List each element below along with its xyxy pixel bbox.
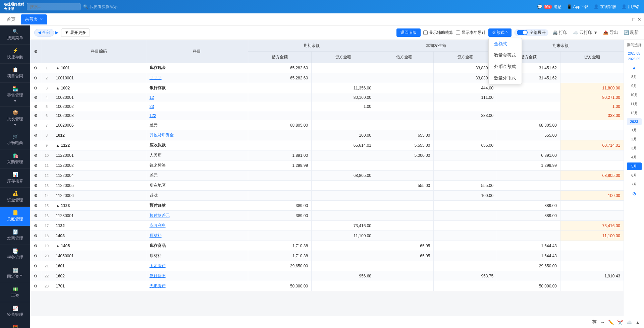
tab-home[interactable]: 首页 <box>3 14 19 24</box>
print-button[interactable]: 🖨️ 打印 <box>551 28 569 37</box>
period-year-end[interactable]: 2023.05 <box>628 57 640 61</box>
global-search-input[interactable] <box>27 3 80 10</box>
month-12[interactable]: 12月 <box>627 109 642 117</box>
row-subject-cell[interactable]: 固定资产 <box>146 261 248 271</box>
dropdown-item-foreign-amount-style[interactable]: 外币金额式 <box>489 61 522 72</box>
row-subject-cell[interactable]: 12 <box>146 93 248 102</box>
row-settings-cell[interactable]: ⚙ <box>31 111 41 120</box>
row-settings-cell[interactable]: ⚙ <box>31 83 41 93</box>
row-subject-cell[interactable]: 回回回 <box>146 73 248 83</box>
month-nav-down[interactable]: ⊘ <box>627 190 642 198</box>
checkbox-annual-cumulative[interactable]: 显示本年累计 <box>456 30 486 36</box>
month-4[interactable]: 4月 <box>627 153 642 161</box>
expand-all-toggle[interactable]: 全部展开 <box>514 29 548 36</box>
sidebar-item-project-contract[interactable]: 📋 项目合同 <box>0 64 30 83</box>
row-settings-cell[interactable]: ⚙ <box>31 261 41 271</box>
month-9[interactable]: 9月 <box>627 82 642 90</box>
sidebar-item-general-ledger[interactable]: 📒 总账管理 <box>0 207 30 226</box>
row-settings-cell[interactable]: ⚙ <box>31 102 41 111</box>
row-subject-cell[interactable]: 预付款差元 <box>146 211 248 221</box>
sidebar-item-wholesale-management[interactable]: 📦 批发管理 ▼ <box>0 107 30 130</box>
cloud-print-button[interactable]: ☁️ 云打印 ▼ <box>572 28 599 37</box>
sidebar-item-capital-management[interactable]: 💰 资金管理 <box>0 188 30 207</box>
row-settings-cell[interactable]: ⚙ <box>31 191 41 201</box>
checkbox-annual-input[interactable] <box>456 30 460 35</box>
row-subject-cell[interactable]: 应收利息 <box>146 221 248 231</box>
sidebar-item-operations-management[interactable]: 📈 经营管理 <box>0 302 30 321</box>
user-profile[interactable]: 👤 用户名 <box>622 4 640 10</box>
month-3[interactable]: 3月 <box>627 144 642 152</box>
row-settings-cell[interactable]: ⚙ <box>31 140 41 150</box>
row-settings-cell[interactable]: ⚙ <box>31 130 41 140</box>
month-6[interactable]: 6月 <box>627 172 642 179</box>
sidebar-item-invoice-management[interactable]: 🧾 发票管理 <box>0 226 30 245</box>
row-settings-cell[interactable]: ⚙ <box>31 160 41 171</box>
row-settings-cell[interactable]: ⚙ <box>31 120 41 130</box>
row-settings-cell[interactable]: ⚙ <box>31 251 41 261</box>
messages-action[interactable]: 💬 99+ 消息 <box>537 4 561 10</box>
sidebar-item-small-sales[interactable]: 🧮 小畅报销 <box>0 321 30 328</box>
row-settings-cell[interactable]: ⚙ <box>31 241 41 251</box>
row-settings-cell[interactable]: ⚙ <box>31 63 41 73</box>
dropdown-item-quantity-amount-style[interactable]: 数量金额式 <box>489 50 522 61</box>
month-nav-up[interactable]: ▲ <box>627 64 642 72</box>
sidebar-item-purchase-management[interactable]: 🛍️ 采购管理 <box>0 149 30 169</box>
row-settings-cell[interactable]: ⚙ <box>31 73 41 83</box>
sidebar-item-small-ecommerce[interactable]: 🛒 小畅电商 <box>0 130 30 149</box>
bottom-icon-5[interactable]: ☁️ <box>626 320 632 325</box>
bottom-icon-3[interactable]: ✏️ <box>608 320 614 325</box>
row-settings-cell[interactable]: ⚙ <box>31 271 41 281</box>
row-subject-cell[interactable]: 23 <box>146 102 248 111</box>
month-8[interactable]: 8月 <box>627 73 642 81</box>
tab-close-icon[interactable]: ✕ <box>40 17 43 21</box>
tab-minimize-button[interactable]: — <box>626 17 631 22</box>
row-subject-cell[interactable]: 122 <box>146 111 248 120</box>
tab-balance-sheet[interactable]: 余额表 ✕ <box>21 14 47 24</box>
checkbox-auxiliary-input[interactable] <box>423 30 428 35</box>
month-10[interactable]: 10月 <box>627 91 642 99</box>
row-settings-cell[interactable]: ⚙ <box>31 93 41 102</box>
back-old-version-button[interactable]: 退回旧版 <box>396 28 421 37</box>
dropdown-item-quantity-foreign-style[interactable]: 数量外币式 <box>489 72 522 84</box>
month-5[interactable]: 5月 <box>627 162 642 170</box>
period-year-start[interactable]: 2023.05 <box>628 52 640 55</box>
row-subject-cell[interactable]: 无形资产 <box>146 281 248 291</box>
month-1[interactable]: 1月 <box>627 126 642 134</box>
bottom-icon-6[interactable]: ▲ <box>635 320 640 325</box>
tab-maximize-button[interactable]: □ <box>633 17 635 22</box>
row-settings-cell[interactable]: ⚙ <box>31 181 41 191</box>
sidebar-item-retail-management[interactable]: 🏪 零售管理 ▼ <box>0 83 30 107</box>
bottom-icon-1[interactable]: 英 <box>592 319 597 325</box>
sidebar-item-payroll[interactable]: 💵 工资 <box>0 283 30 302</box>
month-7[interactable]: 7月 <box>627 181 642 188</box>
year-2023[interactable]: 2023 <box>627 118 642 125</box>
row-settings-cell[interactable]: ⚙ <box>31 281 41 291</box>
month-11[interactable]: 11月 <box>627 100 642 108</box>
row-subject-cell[interactable]: 其他货币资金 <box>146 130 248 140</box>
month-2[interactable]: 2月 <box>627 135 642 143</box>
row-settings-cell[interactable]: ⚙ <box>31 211 41 221</box>
expand-more-button[interactable]: ▼ 展开更多 <box>61 28 90 37</box>
sidebar-item-fixed-assets[interactable]: 🏢 固定资产 <box>0 264 30 283</box>
refresh-button[interactable]: 🔄 刷新 <box>622 28 640 37</box>
row-settings-cell[interactable]: ⚙ <box>31 150 41 160</box>
row-settings-cell[interactable]: ⚙ <box>31 231 41 241</box>
row-settings-cell[interactable]: ⚙ <box>31 201 41 211</box>
row-subject-cell[interactable]: 累计折旧 <box>146 271 248 281</box>
sidebar-item-quick-nav[interactable]: ⚡ 快捷导航 <box>0 45 30 64</box>
sidebar-item-inventory-accounting[interactable]: 📊 库存核算 <box>0 169 30 188</box>
export-button[interactable]: 📤 导出 <box>602 28 620 37</box>
online-service-action[interactable]: 👤 在线客服 <box>594 4 616 10</box>
sidebar-item-search-menu[interactable]: 🔍 搜索菜单 <box>0 25 30 45</box>
checkbox-auxiliary-accounting[interactable]: 显示辅助核算 <box>423 30 453 36</box>
app-download-action[interactable]: 📱 App下载 <box>567 4 588 10</box>
demo-link[interactable]: 🔍 我要看实例演示 <box>83 4 118 10</box>
sidebar-item-tax-management[interactable]: 📑 税务管理 <box>0 245 30 264</box>
style-dropdown-button[interactable]: 金额式 ^ <box>488 28 512 37</box>
dropdown-item-amount-style[interactable]: 金额式 <box>489 38 522 50</box>
tab-close-button[interactable]: ✕ <box>637 17 641 22</box>
row-subject-cell[interactable]: 原材料 <box>146 231 248 241</box>
row-settings-cell[interactable]: ⚙ <box>31 171 41 181</box>
bottom-icon-2[interactable]: → <box>600 320 605 325</box>
breadcrumb-all[interactable]: ◀ 全部 <box>34 29 54 37</box>
